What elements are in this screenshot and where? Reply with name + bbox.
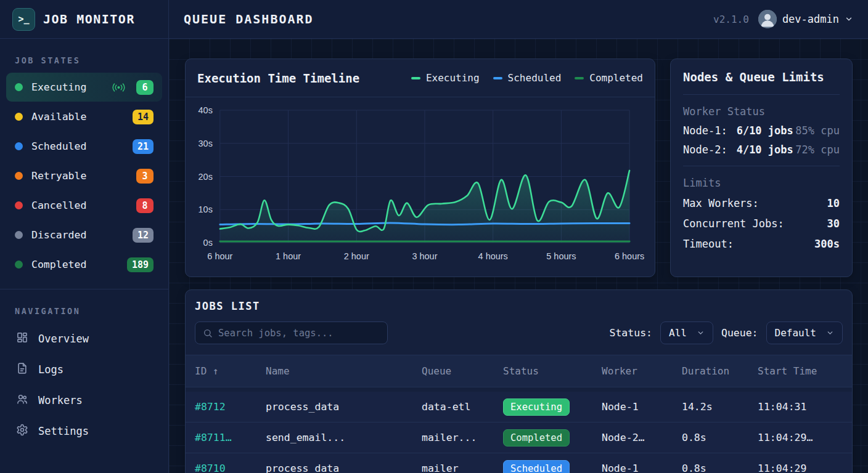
user-menu[interactable]: dev-admin: [758, 10, 853, 28]
chevron-down-icon: [826, 329, 834, 337]
limit-timeout: Timeout: 300s: [683, 238, 840, 250]
sidebar-item-logs[interactable]: Logs: [6, 354, 162, 385]
svg-text:6 hour: 6 hour: [207, 251, 232, 261]
job-name: send_email...: [266, 432, 422, 443]
column-header-status[interactable]: Status: [503, 365, 602, 377]
job-worker: Node-1: [602, 463, 682, 473]
limit-max-workers: Max Workers: 10: [683, 197, 840, 209]
file-text-icon: [16, 362, 28, 377]
state-count-badge: 21: [133, 139, 154, 154]
status-badge: Completed: [503, 429, 570, 447]
chart-title: Execution Time Timeline: [197, 71, 359, 85]
job-id-link[interactable]: #8711…: [195, 432, 266, 443]
status-filter-label: Status:: [610, 327, 653, 339]
sidebar-state-cancelled[interactable]: Cancelled 8: [6, 191, 162, 220]
state-count-badge: 189: [127, 257, 154, 272]
main-content: Execution Time Timeline Executing Schedu…: [169, 39, 868, 473]
job-id-link[interactable]: #8712: [195, 401, 266, 413]
state-label: Completed: [31, 259, 118, 270]
state-label: Retryable: [31, 170, 128, 182]
job-start-time: 11:04:29…: [758, 432, 852, 443]
nav-label: Settings: [38, 425, 89, 437]
legend-item-executing[interactable]: Executing: [411, 72, 480, 84]
node-label: Node-1:: [683, 124, 727, 137]
sidebar-item-settings[interactable]: Settings: [6, 416, 162, 447]
job-queue: mailer...: [422, 432, 503, 443]
search-box: [195, 321, 388, 344]
gear-icon: [16, 424, 28, 439]
status-cell: Completed: [503, 429, 602, 447]
status-badge: Executing: [503, 398, 570, 416]
table-row[interactable]: #8711… send_email... mailer... Completed…: [186, 422, 852, 453]
queue-filter-select[interactable]: Default: [766, 321, 843, 344]
column-header-name[interactable]: Name: [266, 365, 422, 377]
svg-text:20s: 20s: [199, 172, 213, 182]
status-filter-select[interactable]: All: [660, 321, 713, 344]
sidebar-state-available[interactable]: Available 14: [6, 102, 162, 131]
svg-text:30s: 30s: [199, 139, 213, 148]
legend-label: Executing: [426, 72, 480, 84]
state-count-badge: 6: [136, 80, 154, 95]
svg-text:40s: 40s: [199, 105, 213, 115]
column-header-queue[interactable]: Queue: [422, 365, 503, 377]
legend-item-completed[interactable]: Completed: [575, 72, 643, 84]
completed-line-swatch: [575, 77, 584, 79]
sidebar-state-executing[interactable]: Executing 6: [6, 73, 162, 102]
job-name: process_data: [266, 401, 422, 413]
search-input[interactable]: [218, 328, 380, 339]
sort-asc-icon: ↑: [213, 365, 219, 377]
execution-timeline-card: Execution Time Timeline Executing Schedu…: [185, 59, 655, 277]
app-title: JOB MONITOR: [43, 12, 135, 26]
job-id-link[interactable]: #8710: [195, 463, 266, 473]
column-header-worker[interactable]: Worker: [602, 365, 682, 377]
chart-legend: Executing Scheduled Completed: [411, 72, 643, 84]
state-count-badge: 3: [136, 169, 154, 184]
sidebar-state-retryable[interactable]: Retryable 3: [6, 161, 162, 190]
chevron-down-icon: [845, 15, 853, 23]
sidebar-item-overview[interactable]: Overview: [6, 323, 162, 354]
legend-label: Completed: [589, 72, 643, 84]
column-header-id[interactable]: ID ↑: [195, 365, 266, 377]
job-duration: 0.8s: [682, 432, 758, 443]
sidebar-state-scheduled[interactable]: Scheduled 21: [6, 132, 162, 161]
scheduled-line-swatch: [493, 77, 502, 79]
sidebar-state-discarded[interactable]: Discarded 12: [6, 220, 162, 249]
node-label: Node-2:: [683, 144, 727, 156]
search-icon: [203, 328, 213, 338]
sidebar-item-workers[interactable]: Workers: [6, 385, 162, 416]
timeline-chart: 0s10s20s30s40s6 hour1 hour2 hour3 hour4 …: [186, 98, 655, 277]
table-row[interactable]: #8710 process_data mailer Scheduled Node…: [186, 453, 852, 473]
page-title: QUEUE DASHBOARD: [184, 12, 314, 26]
discarded-dot-icon: [15, 231, 23, 239]
legend-item-scheduled[interactable]: Scheduled: [493, 72, 562, 84]
nodes-limits-card: Nodes & Queue Limits Worker Status Node-…: [670, 59, 853, 277]
completed-dot-icon: [15, 261, 23, 269]
user-avatar: [758, 10, 777, 28]
job-worker: Node-2…: [602, 432, 682, 443]
jobs-list-card: JOBS LIST Status: All Queue: Default: [185, 289, 853, 473]
column-header-start-time[interactable]: Start Time: [758, 365, 852, 377]
live-broadcast-icon: [111, 83, 126, 92]
column-header-duration[interactable]: Duration: [682, 365, 758, 377]
executing-line-swatch: [411, 77, 420, 79]
svg-text:5 hours: 5 hours: [546, 251, 576, 261]
table-row[interactable]: #8712 process_data data-etl Executing No…: [186, 392, 852, 422]
user-name: dev-admin: [782, 13, 839, 25]
job-start-time: 11:04:29: [758, 463, 852, 473]
state-label: Available: [31, 111, 124, 123]
scheduled-dot-icon: [15, 142, 23, 150]
limits-section: Limits Max Workers: 10 Concurrent Jobs: …: [683, 166, 840, 250]
job-duration: 14.2s: [682, 401, 758, 413]
limits-heading: Limits: [683, 177, 840, 189]
limit-label: Concurrent Jobs:: [683, 217, 784, 230]
job-states-heading: JOB STATES: [15, 55, 154, 65]
job-name: process_data: [266, 463, 422, 473]
limit-value: 10: [827, 197, 840, 209]
sidebar-state-completed[interactable]: Completed 189: [6, 250, 162, 279]
worker-status-heading: Worker Status: [683, 105, 840, 118]
svg-text:1 hour: 1 hour: [276, 251, 301, 261]
node-1-status: Node-1: 6/10 jobs 85% cpu: [683, 124, 840, 137]
limit-value: 300s: [814, 238, 840, 250]
state-count-badge: 14: [133, 110, 154, 124]
job-start-time: 11:04:31: [758, 401, 852, 413]
